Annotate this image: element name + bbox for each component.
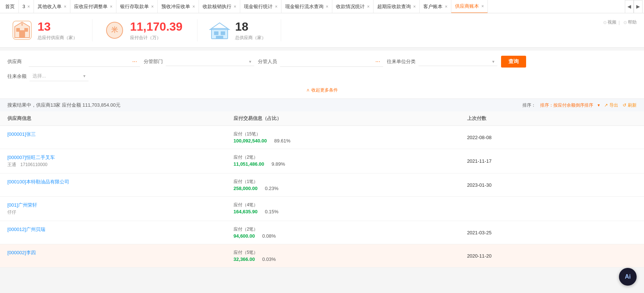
nav-tab-receipt-verify-label: 收款核销执行	[203, 3, 231, 10]
refresh-label: 刷新	[628, 102, 637, 108]
supplier-link[interactable]: [000012]广州贝瑞	[7, 227, 45, 232]
nav-tab-cash-bank-stats[interactable]: 现金银行统计 ×	[240, 0, 281, 13]
svg-rect-10	[214, 31, 218, 35]
nav-tab-customer-ledger[interactable]: 客户账本 ×	[420, 0, 451, 13]
trans-row: 32,366.00 0.03%	[234, 256, 460, 262]
close-icon[interactable]: ×	[234, 4, 236, 9]
nav-tab-bank-deposit-label: 银行存取款单	[120, 3, 149, 10]
refresh-button[interactable]: ↺ 刷新	[623, 102, 637, 108]
supplier-link[interactable]: [000001]张三	[7, 131, 36, 137]
nav-tab-receipt-stats[interactable]: 收款情况统计 ×	[332, 0, 374, 13]
supplier-info-cell: [000002]李四	[7, 249, 234, 256]
close-icon[interactable]: ×	[481, 4, 484, 9]
close-icon[interactable]: ×	[326, 4, 328, 9]
balance-dropdown[interactable]: 选择... ▾	[29, 71, 88, 81]
transaction-info-cell: 应付（5笔） 32,366.00 0.03%	[234, 249, 460, 262]
supplier-label: 供应商	[7, 58, 26, 65]
table-row: [000001]张三 应付（15笔） 100,092,540.00 89.61%…	[0, 126, 644, 149]
supplier-contact: 王通	[7, 162, 16, 167]
trans-percent: 0.03%	[262, 256, 276, 262]
nav-tab-home[interactable]: 首页	[1, 0, 19, 13]
help-link[interactable]: 帮助	[628, 19, 637, 25]
supplier-name: [000007]恒旺二手叉车	[7, 154, 234, 161]
dept-label: 分管部门	[144, 58, 163, 65]
person-input-container[interactable]: ···	[280, 57, 383, 67]
category-dropdown[interactable]: ▾	[419, 58, 497, 66]
supplier-link[interactable]: [000007]恒旺二手叉车	[7, 155, 55, 160]
close-icon[interactable]: ×	[413, 4, 416, 9]
supplier-link[interactable]: [001]广州荣轩	[7, 202, 37, 208]
supplier-contact: 仔仔	[7, 210, 16, 215]
close-icon[interactable]: ×	[110, 4, 112, 9]
search-row-2: 往来余额 选择... ▾	[7, 71, 637, 81]
supplier-info-cell: [001]广州荣轩 仔仔	[7, 202, 234, 216]
trans-label: 应付（2笔）	[234, 226, 460, 232]
nav-tab-receipt-verify[interactable]: 收款核销执行 ×	[199, 0, 240, 13]
table-row: [000002]李四 应付（5笔） 32,366.00 0.03% 2020-1…	[0, 244, 644, 268]
nav-tab-supplier-ledger-label: 供应商账本	[455, 3, 479, 10]
nav-scroll-arrows: ◀ ▶	[625, 0, 643, 13]
stat-payable-number: 13	[38, 20, 77, 34]
stat-suppliers-label: 总供应商（家）	[235, 35, 266, 41]
trans-row: 11,051,486.00 9.89%	[234, 161, 460, 167]
trans-label: 应付（1笔）	[234, 179, 460, 185]
svg-rect-12	[216, 36, 223, 39]
supplier-input-container[interactable]: ···	[29, 57, 140, 67]
search-area: 供应商 ··· 分管部门 ▾ 分管人员 ··· 往来单位分类	[0, 51, 644, 99]
nav-prev-arrow[interactable]: ◀	[625, 0, 634, 13]
supplier-link[interactable]: [000100]本特勒油品有限公司	[7, 179, 69, 185]
query-button[interactable]: 查询	[501, 56, 526, 68]
data-table: 供应商信息 应付交易信息（占比） 上次付数 [000001]张三 应付（15笔）…	[0, 111, 644, 268]
trans-row: 258,000.00 0.23%	[234, 185, 460, 191]
trans-label: 应付（5笔）	[234, 249, 460, 256]
close-icon[interactable]: ×	[445, 4, 447, 9]
nav-next-arrow[interactable]: ▶	[634, 0, 643, 13]
trans-row: 100,092,540.00 89.61%	[234, 137, 460, 144]
nav-tab-prepay-offset[interactable]: 预收冲应收单 ×	[158, 0, 199, 13]
top-navigation: 首页 3 × 其他收入单 × 应收应付调整单 × 银行存取款单 × 预收冲应收单…	[0, 0, 644, 13]
nav-tab-cash-flow[interactable]: 现金银行流水查询 ×	[281, 0, 332, 13]
close-icon[interactable]: ×	[192, 4, 195, 9]
supplier-link[interactable]: [000002]李四	[7, 250, 36, 255]
nav-tab-customer-ledger-label: 客户账本	[423, 3, 442, 10]
close-icon[interactable]: ×	[367, 4, 370, 9]
export-button[interactable]: ↗ 导出	[604, 102, 618, 108]
sort-select[interactable]: 排序：按应付余额倒序排序	[540, 102, 593, 108]
last-payment-cell: 2022-08-08	[460, 135, 637, 140]
supplier-name: [001]广州荣轩	[7, 202, 234, 208]
nav-tab-bank-deposit[interactable]: 银行存取款单 ×	[116, 0, 158, 13]
svg-text:¥: ¥	[21, 23, 23, 27]
export-icon: ↗	[604, 103, 608, 108]
close-icon[interactable]: ×	[27, 4, 30, 9]
supplier-info-cell: [000012]广州贝瑞	[7, 226, 234, 233]
close-icon[interactable]: ×	[64, 4, 66, 9]
nav-tab-overdue-ar[interactable]: 超期应收款查询 ×	[374, 0, 420, 13]
nav-tab-ar-ap-adjust[interactable]: 应收应付调整单 ×	[70, 0, 116, 13]
dots-icon: ···	[375, 58, 380, 65]
svg-rect-11	[221, 31, 225, 35]
dots-icon: ···	[132, 58, 137, 65]
video-link[interactable]: 视频	[608, 19, 616, 25]
stat-payable-content: 13 总应付供应商（家）	[38, 20, 77, 41]
stat-total-label: 应付合计（万）	[130, 35, 182, 41]
close-icon[interactable]: ×	[151, 4, 154, 9]
trans-percent: 9.89%	[272, 161, 285, 167]
trans-amount: 32,366.00	[234, 256, 255, 262]
nav-tab-other-income[interactable]: 其他收入单 ×	[34, 0, 70, 13]
chevron-down-icon: ▾	[492, 59, 494, 64]
nav-tab-overdue-ar-label: 超期应收款查询	[377, 3, 411, 10]
stat-payable-label: 总应付供应商（家）	[38, 35, 77, 41]
last-payment-cell: 2021-11-17	[460, 158, 637, 164]
trans-amount: 11,051,486.00	[234, 161, 264, 167]
close-icon[interactable]: ×	[275, 4, 277, 9]
dept-dropdown[interactable]: ▾	[166, 58, 254, 66]
supplier-name: [000012]广州贝瑞	[7, 226, 234, 233]
nav-tab-3-label: 3	[22, 4, 25, 9]
nav-tab-supplier-ledger[interactable]: 供应商账本 ×	[451, 0, 488, 13]
nav-tab-3[interactable]: 3 ×	[19, 0, 34, 13]
svg-text:米: 米	[111, 26, 118, 34]
collapse-bar[interactable]: ∧ 收起更多条件	[7, 85, 637, 95]
person-field: 分管人员 ···	[258, 57, 383, 67]
trans-amount: 164,635.90	[234, 209, 258, 214]
circle-play-icon: ⊙	[603, 20, 607, 25]
